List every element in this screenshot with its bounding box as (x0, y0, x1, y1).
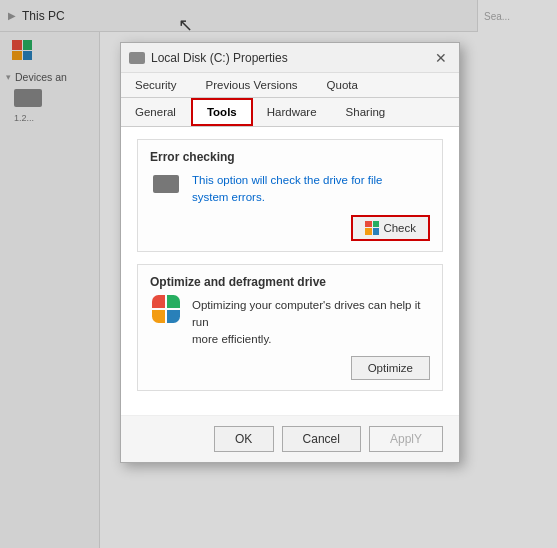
tab-quota[interactable]: Quota (313, 73, 373, 97)
tab-sharing[interactable]: Sharing (332, 98, 401, 126)
optimize-section: Optimize and defragment drive Optimizing… (137, 264, 443, 392)
dialog-titlebar: Local Disk (C:) Properties ✕ (121, 43, 459, 73)
error-text-line1: This option will check the drive for fil… (192, 174, 382, 186)
tab-general[interactable]: General (121, 98, 191, 126)
optimize-text-line2: more efficiently. (192, 333, 271, 345)
tabs-row-2: General Tools Hardware Sharing (121, 98, 459, 127)
error-checking-section: Error checking This option will check th… (137, 139, 443, 252)
dialog-title-area: Local Disk (C:) Properties (129, 51, 288, 65)
tab-tools[interactable]: Tools (191, 98, 253, 126)
check-button[interactable]: Check (351, 215, 430, 241)
dialog-close-button[interactable]: ✕ (431, 48, 451, 68)
tab-security[interactable]: Security (121, 73, 192, 97)
tab-hardware[interactable]: Hardware (253, 98, 332, 126)
error-description: This option will check the drive for fil… (192, 172, 430, 207)
optimize-action: Optimize (150, 356, 430, 380)
error-text-line2: system errors. (192, 191, 265, 203)
check-button-label: Check (383, 222, 416, 234)
dialog-title: Local Disk (C:) Properties (151, 51, 288, 65)
dialog-disk-icon (129, 52, 145, 64)
tab-previous-versions[interactable]: Previous Versions (192, 73, 313, 97)
optimize-description: Optimizing your computer's drives can he… (192, 297, 430, 349)
error-checking-title: Error checking (150, 150, 430, 164)
error-checking-action: Check (150, 215, 430, 241)
optimize-button-label: Optimize (368, 362, 413, 374)
ok-button[interactable]: OK (214, 426, 274, 452)
dialog-body: Error checking This option will check th… (121, 127, 459, 415)
cancel-button[interactable]: Cancel (282, 426, 361, 452)
defrag-icon-area (150, 297, 182, 321)
ok-label: OK (235, 432, 252, 446)
optimize-button[interactable]: Optimize (351, 356, 430, 380)
optimize-text-line1: Optimizing your computer's drives can he… (192, 299, 420, 328)
properties-dialog: Local Disk (C:) Properties ✕ Security Pr… (120, 42, 460, 463)
dialog-footer: OK Cancel ApplY (121, 415, 459, 462)
error-icon-area (150, 172, 182, 196)
tabs-row-1: Security Previous Versions Quota (121, 73, 459, 98)
apply-label: ApplY (390, 432, 422, 446)
optimize-title: Optimize and defragment drive (150, 275, 430, 289)
check-shield-icon (365, 221, 379, 235)
dialog-overlay: Local Disk (C:) Properties ✕ Security Pr… (0, 0, 557, 548)
apply-button[interactable]: ApplY (369, 426, 443, 452)
optimize-content: Optimizing your computer's drives can he… (150, 297, 430, 349)
defrag-icon (152, 295, 180, 323)
error-hdd-icon (153, 175, 179, 193)
cancel-label: Cancel (303, 432, 340, 446)
error-checking-content: This option will check the drive for fil… (150, 172, 430, 207)
